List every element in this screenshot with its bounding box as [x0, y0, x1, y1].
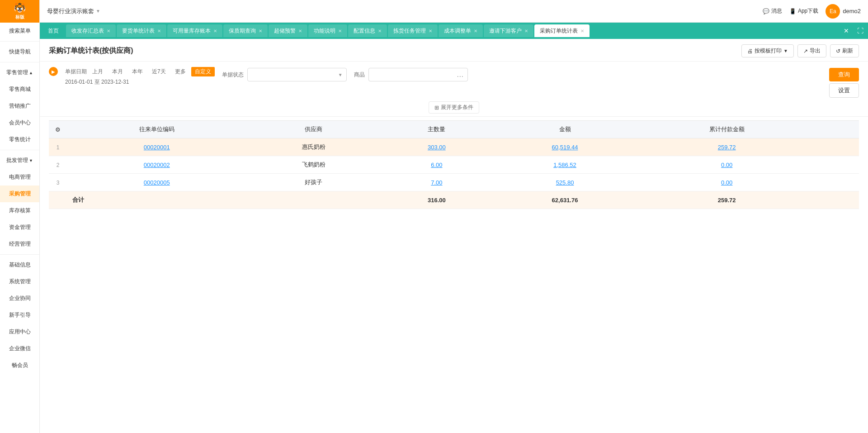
query-btn-group: 查询 设置	[829, 68, 859, 98]
tab-chaochuyujing[interactable]: 超储预警 ✕	[269, 24, 307, 37]
tab-close-gongnengshuo[interactable]: ✕	[338, 29, 342, 33]
tab-close-chengbentiaoz[interactable]: ✕	[474, 29, 477, 33]
fullscreen-btn[interactable]: ⛶	[854, 27, 866, 34]
tab-keyongliang[interactable]: 可用量库存账本 ✕	[167, 24, 222, 37]
custom-date-badge[interactable]: 自定义	[191, 67, 215, 76]
date-filter-row: 单据日期 上月 本月 本年 近7天 更多 自定义	[65, 67, 215, 76]
date-filter-group: 单据日期 上月 本月 本年 近7天 更多 自定义 2016-01-01 至 20…	[65, 67, 215, 86]
print-dropdown-icon: ▼	[783, 48, 788, 53]
row-num: 1	[49, 138, 67, 156]
account-dropdown[interactable]: 母婴行业演示账套 ▼	[47, 7, 759, 15]
tab-chengbentiaoz[interactable]: 成本调整单 ✕	[439, 24, 483, 37]
sidebar-item-inventory[interactable]: 库存核算	[0, 202, 39, 219]
print-button[interactable]: 🖨 按模板打印 ▼	[741, 44, 794, 57]
sidebar-item-appcenter[interactable]: 应用中心	[0, 324, 39, 340]
sidebar-item-purchase[interactable]: 采购管理	[0, 186, 39, 202]
sidebar-item-system[interactable]: 系统管理	[0, 273, 39, 290]
tab-yaoqingxiayou[interactable]: 邀请下游客户 ✕	[484, 24, 533, 37]
tab-close-yaohuodantongji[interactable]: ✕	[157, 29, 161, 33]
shortcut-this-month[interactable]: 本月	[108, 67, 127, 76]
sidebar-item-wholesale[interactable]: 批发管理 ▼	[0, 152, 39, 169]
th-extra	[816, 121, 859, 138]
tab-yaohuodantongji[interactable]: 要货单统计表 ✕	[117, 24, 166, 37]
dropdown-arrow-icon: ▼	[96, 9, 100, 14]
sidebar-item-ecommerce[interactable]: 电商管理	[0, 169, 39, 186]
tab-close-keyongliang[interactable]: ✕	[213, 29, 217, 33]
sidebar-item-retail[interactable]: 零售管理 ▲	[0, 64, 39, 81]
sidebar-item-retail-stat[interactable]: 零售统计	[0, 131, 39, 148]
goods-filter: 商品 …	[354, 68, 468, 81]
shortcut-more[interactable]: 更多	[171, 67, 189, 76]
tab-peizhi[interactable]: 配置信息 ✕	[348, 24, 387, 37]
refresh-button[interactable]: ↺ 刷新	[830, 44, 859, 57]
row-qty: 6.00	[381, 156, 493, 174]
tab-close-caigoudingtongji[interactable]: ✕	[580, 29, 584, 33]
footer-amount: 62,631.76	[493, 191, 637, 209]
row-amount: 525.80	[493, 174, 637, 191]
tab-tuohuo[interactable]: 拣货任务管理 ✕	[388, 24, 438, 37]
sidebar-item-operation[interactable]: 经营管理	[0, 236, 39, 252]
table-row: 3 00020005 好孩子 7.00 525.80 0.00	[49, 174, 859, 191]
export-icon: ↗	[803, 48, 808, 54]
tab-close-shoufahuizong[interactable]: ✕	[107, 29, 110, 33]
sidebar-item-finance[interactable]: 资金管理	[0, 219, 39, 236]
message-icon: 💬	[763, 8, 769, 14]
date-label: 单据日期	[65, 68, 87, 76]
account-name: 母婴行业演示账套	[47, 7, 94, 15]
filter-toggle-btn[interactable]: ▶	[49, 67, 58, 76]
tab-close-yaoqingxiayou[interactable]: ✕	[524, 29, 528, 33]
tab-baozhouxun[interactable]: 保质期查询 ✕	[223, 24, 268, 37]
sidebar: 🐯 标版 搜索菜单 快捷导航 零售管理 ▲ 零售商城 营销推广 会员中心 零售统…	[0, 0, 40, 433]
row-paid: 0.00	[637, 156, 816, 174]
row-qty: 303.00	[381, 138, 493, 156]
shortcut-this-year[interactable]: 本年	[128, 67, 146, 76]
app-download-btn[interactable]: 📱 App下载	[789, 7, 818, 15]
select-arrow-icon: ▼	[338, 72, 343, 77]
page-actions: 🖨 按模板打印 ▼ ↗ 导出 ↺ 刷新	[741, 44, 859, 57]
settings-button[interactable]: 设置	[829, 83, 859, 98]
shortcut-last-month[interactable]: 上月	[89, 67, 107, 76]
export-button[interactable]: ↗ 导出	[797, 44, 826, 57]
tab-shoufahuizong[interactable]: 收发存汇总表 ✕	[66, 24, 116, 37]
sidebar-item-member[interactable]: 会员中心	[0, 114, 39, 131]
sidebar-item-enterprise[interactable]: 企业协同	[0, 290, 39, 307]
row-qty: 7.00	[381, 174, 493, 191]
tab-close-chaochuyujing[interactable]: ✕	[298, 29, 302, 33]
row-amount: 1,586.52	[493, 156, 637, 174]
sidebar-item-newguide[interactable]: 新手引导	[0, 307, 39, 324]
sidebar-item-marketing[interactable]: 营销推广	[0, 98, 39, 114]
user-area[interactable]: Ea demo2	[826, 4, 861, 19]
sidebar-item-retail-mall[interactable]: 零售商城	[0, 81, 39, 98]
tab-gongnengshuo[interactable]: 功能说明 ✕	[308, 24, 347, 37]
tab-close-tuohuo[interactable]: ✕	[429, 29, 432, 33]
topbar: 母婴行业演示账套 ▼ 💬 消息 📱 App下载 Ea demo2	[40, 0, 868, 23]
sidebar-item-quicknav[interactable]: 快捷导航	[0, 43, 39, 60]
tab-close-baozhouxun[interactable]: ✕	[259, 29, 262, 33]
page-header: 采购订单统计表(按供应商) 🖨 按模板打印 ▼ ↗ 导出 ↺ 刷新	[40, 39, 868, 62]
goods-input[interactable]: …	[368, 68, 468, 81]
message-btn[interactable]: 💬 消息	[763, 7, 782, 15]
sidebar-item-basic[interactable]: 基础信息	[0, 257, 39, 273]
sidebar-item-vip[interactable]: 畅会员	[0, 357, 39, 374]
row-amount: 60,519.44	[493, 138, 637, 156]
goods-more-icon[interactable]: …	[457, 71, 464, 79]
sidebar-item-corpwx[interactable]: 企业微信	[0, 340, 39, 357]
goods-label: 商品	[354, 71, 365, 79]
shortcut-7days[interactable]: 近7天	[148, 67, 170, 76]
th-qty: 主数量	[381, 121, 493, 138]
th-amount: 金额	[493, 121, 637, 138]
status-select[interactable]: ▼	[247, 68, 347, 81]
sidebar-item-search[interactable]: 搜索菜单	[0, 23, 39, 39]
expand-more-btn[interactable]: ⊞ 展开更多条件	[429, 101, 479, 114]
row-supplier: 惠氏奶粉	[246, 138, 380, 156]
row-extra	[816, 138, 859, 156]
gear-icon[interactable]: ⚙	[55, 126, 61, 133]
tab-close-peizhi[interactable]: ✕	[378, 29, 382, 33]
query-button[interactable]: 查询	[829, 68, 859, 81]
data-table: ⚙ 往来单位编码 供应商 主数量 金额 累计付款金额 1	[49, 120, 859, 209]
logo-subtitle: 标版	[15, 14, 24, 20]
row-paid: 0.00	[637, 174, 816, 191]
tab-caigoudingtongji[interactable]: 采购订单统计表 ✕	[534, 24, 590, 37]
close-all-tabs-btn[interactable]: ✕	[841, 27, 852, 34]
tab-home[interactable]: 首页	[42, 27, 65, 35]
